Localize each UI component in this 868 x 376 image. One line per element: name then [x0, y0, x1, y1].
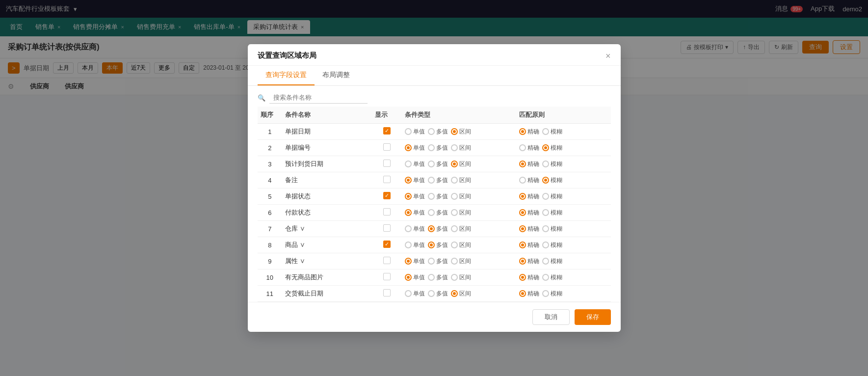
modal-tab-query-fields[interactable]: 查询字段设置 [258, 66, 315, 85]
search-icon: 🔍 [258, 94, 265, 96]
settings-modal: 设置查询区域布局 × 查询字段设置 布局调整 🔍 顺序 条件名称 [248, 44, 621, 95]
modal-close-button[interactable]: × [605, 52, 611, 60]
modal-tab-layout-label: 布局调整 [322, 71, 350, 79]
modal-tab-layout[interactable]: 布局调整 [315, 66, 358, 85]
modal-tabs: 查询字段设置 布局调整 [248, 66, 621, 86]
search-input[interactable] [269, 92, 368, 95]
modal-header: 设置查询区域布局 × [248, 44, 621, 66]
modal-search-bar: 🔍 [248, 86, 621, 95]
modal-overlay: 设置查询区域布局 × 查询字段设置 布局调整 🔍 顺序 条件名称 [0, 0, 868, 95]
modal-tab-query-label: 查询字段设置 [265, 71, 307, 79]
modal-title: 设置查询区域布局 [258, 51, 316, 60]
